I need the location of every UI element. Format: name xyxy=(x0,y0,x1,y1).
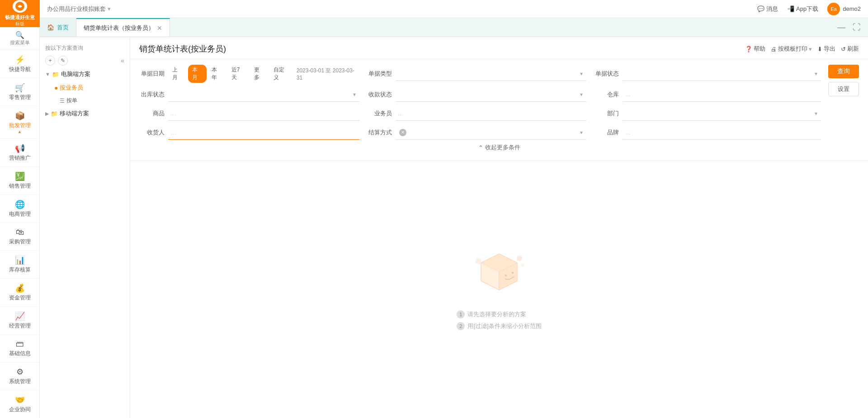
marketing-icon: 📢 xyxy=(15,143,25,153)
add-scheme-btn[interactable]: + xyxy=(45,56,55,66)
svg-point-8 xyxy=(521,263,524,267)
sidebar-item-ecommerce[interactable]: 🌐 电商管理 xyxy=(0,195,39,223)
sales-icon: 💹 xyxy=(15,171,25,181)
doc-type-select[interactable]: ▾ xyxy=(396,66,587,81)
help-btn[interactable]: ❓ 帮助 xyxy=(745,45,765,53)
search-menu[interactable]: 🔍 搜索菜单 xyxy=(0,27,39,50)
date-custom[interactable]: 自定义 xyxy=(269,65,293,83)
retail-label: 零售管理 xyxy=(9,94,31,101)
warehouse-label: 仓库 xyxy=(594,90,619,99)
mobile-group-header[interactable]: ▶ 📁 移动端方案 xyxy=(40,107,130,120)
tab-home-icon: 🏠 xyxy=(47,24,54,31)
date-this-year[interactable]: 本年 xyxy=(208,65,226,83)
shortcut-label: 快捷导航 xyxy=(9,66,31,73)
sidebar-item-corp-collab[interactable]: 🤝 企业协同 xyxy=(0,390,39,418)
scheme-by-order[interactable]: ☰ 按单 xyxy=(40,95,130,107)
finance-label: 资金管理 xyxy=(9,294,31,302)
doc-status-select[interactable]: ▾ xyxy=(623,66,821,81)
mobile-group-label: 移动端方案 xyxy=(60,109,89,118)
salesperson-field[interactable]: ... xyxy=(396,106,587,121)
tab-report[interactable]: 销货单统计表（按业务员） ✕ xyxy=(76,18,170,37)
date-this-month[interactable]: 本月 xyxy=(188,65,207,83)
pc-group-arrow: ▼ xyxy=(45,71,50,77)
receipt-status-label: 收款状态 xyxy=(367,90,392,99)
sidebar-item-operations[interactable]: 📈 经营管理 xyxy=(0,307,39,335)
help-icon: ❓ xyxy=(745,46,752,52)
date-7days[interactable]: 近7天 xyxy=(227,65,249,83)
sidebar-item-inventory[interactable]: 📊 库存核算 xyxy=(0,251,39,279)
payment-clear-btn[interactable]: ✕ xyxy=(399,129,406,136)
payment-filter: 结算方式 ✕ ▾ xyxy=(367,125,594,140)
sales-label: 销售管理 xyxy=(9,182,31,190)
tab-expand-btn[interactable]: ⛶ xyxy=(851,21,863,34)
department-select[interactable]: ▾ xyxy=(623,106,821,121)
operations-icon: 📈 xyxy=(15,311,25,321)
corp-collab-icon: 🤝 xyxy=(15,395,25,405)
out-status-select[interactable]: ▾ xyxy=(168,87,359,102)
sidebar-item-system[interactable]: ⚙ 系统管理 xyxy=(0,362,39,390)
collapse-panel-btn[interactable]: « xyxy=(121,57,124,64)
sidebar-item-purchase[interactable]: 🛍 采购管理 xyxy=(0,223,39,251)
tab-home[interactable]: 🏠 首页 xyxy=(40,18,76,37)
brand-field[interactable]: ... xyxy=(623,125,821,140)
sidebar-item-basic[interactable]: 🗃 基础信息 xyxy=(0,335,39,362)
page-actions: ❓ 帮助 🖨 按模板打印 ▾ ⬇ 导出 ↺ 刷新 xyxy=(745,45,859,53)
receipt-status-select[interactable]: ▾ xyxy=(396,87,587,102)
pc-scheme-group: ▼ 📁 电脑端方案 ● 按业务员 ☰ 按单 xyxy=(40,67,130,107)
department-filter: 部门 ▾ xyxy=(594,106,821,121)
product-filter: 商品 ... xyxy=(139,106,367,121)
collapse-text: 收起更多条件 xyxy=(485,143,520,152)
set-btn[interactable]: 设置 xyxy=(828,82,859,96)
refresh-btn[interactable]: ↺ 刷新 xyxy=(841,45,859,53)
salesperson-filter: 业务员 ... xyxy=(367,106,594,121)
purchase-label: 采购管理 xyxy=(9,238,31,246)
payment-select[interactable]: ✕ ▾ xyxy=(396,125,587,140)
receiver-field[interactable]: ... xyxy=(168,125,359,140)
tabbar: 🏠 首页 销货单统计表（按业务员） ✕ — ⛶ xyxy=(40,18,868,37)
svg-point-7 xyxy=(517,256,522,261)
edit-scheme-btn[interactable]: ✎ xyxy=(58,56,68,66)
sidebar-item-wholesale[interactable]: 📦 批发管理 ▲ xyxy=(0,106,39,139)
breadcrumb-arrow[interactable]: ▾ xyxy=(108,5,111,12)
tab-minimize-btn[interactable]: — xyxy=(835,21,847,34)
query-btn[interactable]: 查询 xyxy=(828,65,859,78)
export-btn[interactable]: ⬇ 导出 xyxy=(817,45,835,53)
pc-group-label: 电脑端方案 xyxy=(61,70,90,78)
left-panel-title: 按以下方案查询 xyxy=(45,44,124,52)
doc-type-filter: 单据类型 ▾ xyxy=(367,65,594,83)
collapse-icon: « xyxy=(121,57,124,64)
print-btn[interactable]: 🖨 按模板打印 ▾ xyxy=(771,45,812,53)
message-icon: 💬 xyxy=(757,5,764,12)
doc-type-arrow: ▾ xyxy=(580,71,583,77)
tab-close-btn[interactable]: ✕ xyxy=(157,24,162,32)
system-label: 系统管理 xyxy=(9,378,31,385)
app-download-icon: 📲 xyxy=(787,5,794,12)
department-arrow: ▾ xyxy=(815,110,817,117)
svg-point-5 xyxy=(505,275,507,276)
date-last-month[interactable]: 上月 xyxy=(168,65,187,83)
out-status-arrow: ▾ xyxy=(353,91,356,98)
app-download-btn[interactable]: 📲 App下载 xyxy=(787,5,818,13)
avatar-text: Ea xyxy=(831,6,837,12)
breadcrumb-text: 办公用品行业模拟账套 xyxy=(47,5,106,13)
warehouse-field[interactable]: ... xyxy=(623,87,821,102)
brand-dots: ... xyxy=(625,129,630,136)
message-btn[interactable]: 💬 消息 xyxy=(757,5,778,13)
pc-group-header[interactable]: ▼ 📁 电脑端方案 xyxy=(40,67,130,81)
sidebar-item-retail[interactable]: 🛒 零售管理 xyxy=(0,78,39,106)
empty-tip-1: 1 请先选择要分析的方案 xyxy=(457,310,541,318)
retail-icon: 🛒 xyxy=(15,83,25,93)
collapse-bar[interactable]: ⌃ 收起更多条件 xyxy=(139,140,859,155)
sidebar-item-finance[interactable]: 💰 资金管理 xyxy=(0,279,39,307)
product-field[interactable]: ... xyxy=(168,106,359,121)
export-icon: ⬇ xyxy=(817,46,822,52)
query-btns: 查询 设置 xyxy=(828,65,859,96)
user-menu[interactable]: Ea demo2 xyxy=(827,3,861,15)
sidebar-item-shortcut[interactable]: ⚡ 快捷导航 xyxy=(0,50,39,78)
sidebar-item-marketing[interactable]: 📢 营销推广 xyxy=(0,139,39,167)
scheme-by-salesperson[interactable]: ● 按业务员 xyxy=(40,81,130,95)
svg-rect-9 xyxy=(475,257,482,264)
sidebar-item-sales[interactable]: 💹 销售管理 xyxy=(0,167,39,195)
date-more[interactable]: 更多 xyxy=(250,65,269,83)
page-header: 销货单统计表(按业务员) ❓ 帮助 🖨 按模板打印 ▾ ⬇ 导出 xyxy=(130,37,868,59)
